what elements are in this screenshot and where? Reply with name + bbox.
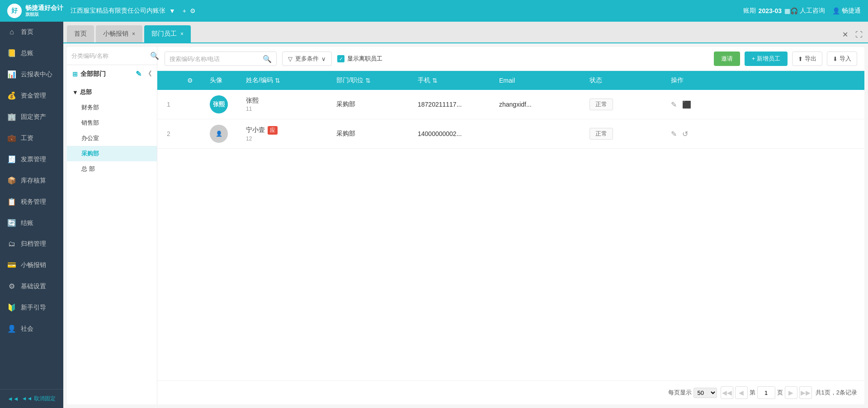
- import-button[interactable]: ⬇ 导入: [827, 52, 857, 66]
- tabbar-actions: ✕ ⛶: [840, 28, 864, 42]
- maximize-icon[interactable]: ⛶: [854, 29, 864, 41]
- sidebar-item-assets[interactable]: 🏢 固定资产: [0, 106, 63, 127]
- dept-collapse-icon[interactable]: 《: [145, 70, 151, 78]
- sidebar-label-archive: 归档管理: [21, 240, 46, 248]
- service-button[interactable]: 🎧 人工咨询: [790, 7, 825, 15]
- tab-expense-close[interactable]: ×: [132, 31, 135, 37]
- tax-icon: 📋: [7, 197, 16, 206]
- department-tree: ▼ 总部 财务部 销售部 办公室 采购部: [67, 83, 157, 404]
- sidebar-item-home[interactable]: ⌂ 首页: [0, 22, 63, 42]
- user-name: 畅捷通: [842, 7, 861, 15]
- add-employee-button[interactable]: + 新增员工: [745, 52, 788, 66]
- employee-search-input[interactable]: [170, 56, 260, 62]
- dept-edit-icon[interactable]: ✎: [136, 70, 142, 78]
- close-window-icon[interactable]: ✕: [840, 28, 850, 41]
- edit-employee-icon[interactable]: ✎: [671, 100, 677, 109]
- dept-node-bangong[interactable]: 办公室: [67, 131, 157, 146]
- dept-node-zongbu[interactable]: ▼ 总部: [67, 84, 157, 100]
- sidebar-item-settings[interactable]: ⚙ 基础设置: [0, 276, 63, 297]
- col-name-sort-icon[interactable]: ⇅: [275, 77, 280, 84]
- cell-name: 宁小壹应12: [239, 119, 329, 149]
- sidebar-item-staff[interactable]: 👤 社会: [0, 318, 63, 339]
- home-icon: ⌂: [7, 28, 16, 36]
- delete-employee-icon[interactable]: ↺: [682, 130, 688, 138]
- sidebar-item-expense[interactable]: 💳 小畅报销: [0, 254, 63, 276]
- tab-employees[interactable]: 部门员工 ×: [144, 25, 191, 42]
- tab-expense[interactable]: 小畅报销 ×: [96, 25, 142, 42]
- cell-dept: 采购部: [329, 90, 410, 119]
- col-settings-icon[interactable]: ⚙: [187, 77, 193, 84]
- all-dept-header[interactable]: ⊞ 全部部门 ✎ 《: [67, 65, 157, 83]
- company-info[interactable]: 江西服宝精品有限责任公司内账张 ▼ + ⚙: [71, 7, 734, 15]
- sidebar-item-reports[interactable]: 📊 云报表中心: [0, 64, 63, 85]
- cell-actions: ✎⬛: [664, 90, 864, 119]
- cell-actions: ✎↺: [664, 119, 864, 149]
- toolbar-actions: 邀请 + 新增员工 ⬆ 导出 ⬇ 导入: [714, 52, 857, 66]
- col-dept[interactable]: 部门/职位 ⇅: [329, 71, 410, 90]
- filter-button[interactable]: ▽ 更多条件 ∨: [282, 52, 332, 66]
- dept-node-zong[interactable]: 总 部: [67, 161, 157, 177]
- sidebar-label-settlement: 结账: [21, 219, 33, 227]
- prev-page-button[interactable]: ◀: [735, 386, 748, 399]
- sidebar-item-ledger[interactable]: 📒 总账: [0, 42, 63, 64]
- sidebar-item-settlement[interactable]: 🔄 结账: [0, 212, 63, 234]
- col-dept-sort-icon[interactable]: ⇅: [365, 77, 371, 84]
- app-edition: 旗舰版: [25, 11, 63, 18]
- app-name: 畅捷通好会计: [25, 4, 63, 12]
- dept-search-input[interactable]: [71, 52, 147, 59]
- xiaoshou-label: 销售部: [81, 119, 99, 126]
- tab-expense-label: 小畅报销: [103, 30, 128, 38]
- col-name[interactable]: 姓名/编码 ⇅: [239, 71, 329, 90]
- settings-icon[interactable]: ⚙: [190, 7, 196, 14]
- page-input[interactable]: [757, 386, 775, 399]
- per-page-select[interactable]: 50 20 100: [693, 388, 717, 398]
- col-settings[interactable]: ⚙: [180, 71, 203, 90]
- sidebar-label-expense: 小畅报销: [21, 261, 46, 269]
- per-page-label: 每页显示: [668, 389, 692, 397]
- sidebar-item-inventory[interactable]: 📦 库存核算: [0, 170, 63, 191]
- dept-node-caiwu[interactable]: 财务部: [67, 100, 157, 115]
- col-phone[interactable]: 手机 ⇅: [410, 71, 492, 90]
- tab-employees-close[interactable]: ×: [180, 31, 184, 37]
- user-avatar-icon: 👤: [832, 7, 840, 14]
- filter-icon: ▽: [288, 56, 292, 62]
- sidebar-item-guide[interactable]: 🔰 新手引导: [0, 297, 63, 318]
- cell-index: 2: [157, 119, 180, 149]
- employee-search-icon[interactable]: 🔍: [263, 55, 272, 63]
- sidebar-item-invoices[interactable]: 🧾 发票管理: [0, 149, 63, 170]
- col-phone-sort-icon[interactable]: ⇅: [432, 77, 438, 84]
- first-page-button[interactable]: ◀◀: [721, 386, 733, 399]
- last-page-button[interactable]: ▶▶: [799, 386, 812, 399]
- status-badge: 正常: [590, 98, 613, 110]
- cell-avatar: 👤: [203, 119, 239, 149]
- user-info[interactable]: 👤 畅捷通: [832, 7, 861, 15]
- cell-avatar: 张熙: [203, 90, 239, 119]
- tab-home[interactable]: 首页: [67, 25, 94, 42]
- tab-home-label: 首页: [74, 30, 87, 38]
- sidebar-label-payroll: 工资: [21, 134, 33, 142]
- next-page-button[interactable]: ▶: [785, 386, 797, 399]
- logout-employee-icon[interactable]: ⬛: [682, 100, 691, 109]
- page-size-selector: 每页显示 50 20 100: [668, 388, 717, 398]
- sidebar-item-payroll[interactable]: 💼 工资: [0, 127, 63, 149]
- invite-button[interactable]: 邀请: [714, 52, 740, 66]
- sidebar-item-tax[interactable]: 📋 税务管理: [0, 191, 63, 212]
- sidebar-label-ledger: 总账: [21, 49, 33, 57]
- invoices-icon: 🧾: [7, 155, 16, 164]
- sidebar-item-archive[interactable]: 🗂 归档管理: [0, 234, 63, 254]
- show-resigned-checkbox[interactable]: ✓ 显示离职员工: [337, 55, 382, 63]
- add-account-button[interactable]: +: [183, 7, 186, 14]
- sidebar-item-funds[interactable]: 💰 资金管理: [0, 85, 63, 106]
- export-button[interactable]: ⬆ 导出: [792, 52, 822, 66]
- period-info: 账期 2023-03 ▦: [743, 7, 790, 15]
- dropdown-icon[interactable]: ▼: [169, 7, 175, 14]
- dept-node-xiaoshou[interactable]: 销售部: [67, 115, 157, 131]
- assets-icon: 🏢: [7, 113, 16, 121]
- dept-node-caigou[interactable]: 采购部: [67, 146, 157, 161]
- dept-search-bar: 🔍: [67, 47, 157, 65]
- topbar-right: 🎧 人工咨询 👤 畅捷通: [790, 7, 861, 15]
- calendar-icon[interactable]: ▦: [784, 7, 790, 14]
- topbar: 好 畅捷通好会计 旗舰版 江西服宝精品有限责任公司内账张 ▼ + ⚙ 账期 20…: [0, 0, 868, 22]
- unpin-button[interactable]: ◄◄ ◄◄ 取消固定: [0, 389, 63, 408]
- edit-employee-icon[interactable]: ✎: [671, 130, 677, 138]
